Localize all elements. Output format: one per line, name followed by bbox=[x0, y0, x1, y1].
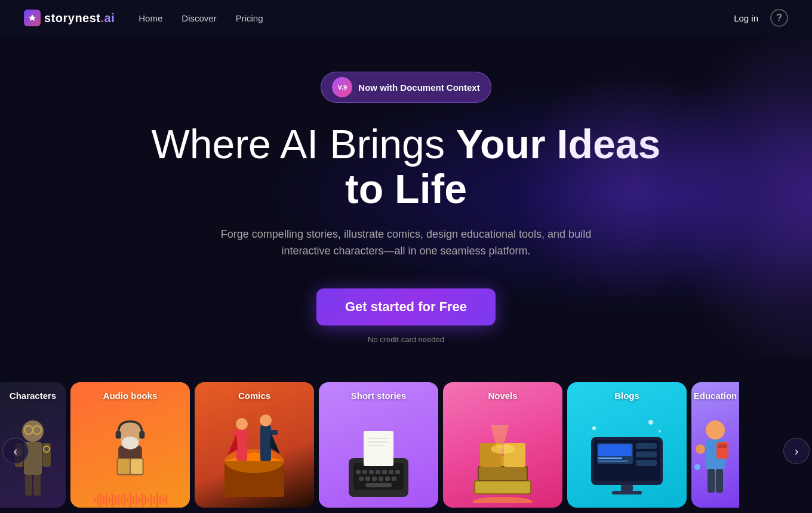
card-short-stories-illustration bbox=[319, 382, 438, 508]
login-button[interactable]: Log in bbox=[734, 13, 758, 23]
card-comics-label: Comics bbox=[195, 391, 314, 401]
carousel-card-short-stories[interactable]: Short stories bbox=[319, 382, 438, 508]
nav-right: Log in ? bbox=[734, 9, 788, 27]
svg-rect-38 bbox=[382, 470, 387, 474]
svg-rect-30 bbox=[364, 431, 393, 466]
svg-rect-36 bbox=[369, 470, 374, 474]
svg-rect-40 bbox=[395, 470, 400, 474]
card-comics-illustration bbox=[195, 382, 314, 508]
svg-rect-39 bbox=[389, 470, 393, 474]
cta-button[interactable]: Get started for Free bbox=[316, 288, 496, 325]
carousel-card-blogs[interactable]: Blogs bbox=[567, 382, 687, 508]
audio-waveform bbox=[94, 493, 167, 508]
nav-link-home[interactable]: Home bbox=[139, 13, 162, 23]
svg-rect-34 bbox=[356, 470, 361, 474]
logo[interactable]: storynest.ai bbox=[24, 10, 115, 26]
svg-rect-66 bbox=[636, 451, 657, 457]
version-badge[interactable]: V.9 Now with Document Context bbox=[321, 72, 491, 103]
svg-point-57 bbox=[659, 430, 661, 432]
svg-point-56 bbox=[592, 426, 596, 430]
svg-rect-41 bbox=[359, 477, 364, 481]
svg-rect-52 bbox=[479, 467, 527, 480]
svg-point-26 bbox=[260, 414, 272, 426]
svg-rect-50 bbox=[475, 481, 530, 493]
svg-point-14 bbox=[122, 437, 139, 450]
svg-rect-65 bbox=[636, 443, 657, 449]
carousel-card-audiobooks[interactable]: Audio books bbox=[70, 382, 190, 508]
card-blogs-illustration bbox=[567, 382, 687, 508]
carousel-track: Characters bbox=[0, 382, 812, 513]
svg-rect-16 bbox=[139, 431, 144, 439]
logo-text: storynest.ai bbox=[44, 11, 115, 25]
svg-rect-44 bbox=[379, 477, 383, 481]
svg-point-21 bbox=[224, 449, 284, 473]
carousel-card-novels[interactable]: Novels bbox=[443, 382, 562, 508]
svg-rect-62 bbox=[598, 444, 632, 456]
svg-rect-27 bbox=[269, 430, 278, 435]
card-novels-illustration bbox=[443, 382, 562, 508]
svg-rect-24 bbox=[232, 431, 240, 436]
hero-title-part1: Where AI Brings bbox=[152, 121, 456, 167]
svg-rect-37 bbox=[376, 470, 380, 474]
nav-links: Home Discover Pricing bbox=[139, 13, 263, 23]
svg-rect-42 bbox=[365, 477, 370, 481]
hero-section: V.9 Now with Document Context Where AI B… bbox=[0, 36, 812, 358]
card-novels-label: Novels bbox=[443, 391, 562, 401]
svg-rect-5 bbox=[33, 475, 41, 496]
card-education-illustration bbox=[691, 382, 739, 508]
svg-rect-73 bbox=[718, 444, 727, 448]
hero-subtitle: Forge compelling stories, illustrate com… bbox=[215, 226, 597, 260]
svg-rect-63 bbox=[598, 457, 622, 459]
card-audiobooks-label: Audio books bbox=[70, 391, 190, 401]
svg-rect-68 bbox=[621, 485, 633, 491]
svg-rect-15 bbox=[116, 431, 121, 439]
svg-rect-64 bbox=[598, 460, 628, 462]
svg-rect-4 bbox=[25, 475, 32, 496]
card-blogs-label: Blogs bbox=[567, 391, 687, 401]
svg-rect-18 bbox=[118, 459, 130, 474]
logo-icon bbox=[24, 10, 41, 26]
svg-rect-43 bbox=[372, 477, 377, 481]
svg-rect-47 bbox=[365, 483, 392, 487]
version-text: Now with Document Context bbox=[358, 82, 479, 93]
carousel-card-comics[interactable]: Comics bbox=[195, 382, 314, 508]
nav-link-discover[interactable]: Discover bbox=[182, 13, 216, 23]
svg-point-58 bbox=[648, 420, 653, 425]
card-education-label: Education bbox=[691, 391, 739, 401]
svg-rect-45 bbox=[385, 477, 390, 481]
navigation: storynest.ai Home Discover Pricing Log i… bbox=[0, 0, 812, 36]
svg-point-70 bbox=[706, 420, 725, 440]
svg-point-76 bbox=[696, 444, 705, 454]
carousel-prev-button[interactable]: ‹ bbox=[2, 438, 29, 464]
cta-note: No credit card needed bbox=[368, 335, 444, 344]
svg-rect-69 bbox=[612, 491, 642, 494]
card-short-stories-label: Short stories bbox=[319, 391, 438, 401]
version-tag: V.9 bbox=[332, 77, 352, 97]
svg-rect-46 bbox=[392, 477, 396, 481]
svg-rect-19 bbox=[131, 459, 143, 474]
hero-title: Where AI Brings Your Ideas to Life bbox=[137, 122, 675, 211]
nav-link-pricing[interactable]: Pricing bbox=[236, 13, 263, 23]
svg-point-23 bbox=[236, 418, 248, 430]
carousel-section: ‹ bbox=[0, 382, 812, 513]
svg-point-48 bbox=[473, 497, 533, 503]
carousel-next-button[interactable]: › bbox=[783, 438, 810, 464]
svg-point-77 bbox=[694, 464, 700, 470]
card-characters-label: Characters bbox=[0, 391, 66, 401]
svg-rect-74 bbox=[708, 469, 715, 493]
help-button[interactable]: ? bbox=[770, 9, 788, 27]
nav-left: storynest.ai Home Discover Pricing bbox=[24, 10, 263, 26]
svg-rect-67 bbox=[636, 460, 657, 466]
svg-rect-35 bbox=[362, 470, 367, 474]
carousel-card-education[interactable]: Education bbox=[691, 382, 739, 508]
svg-rect-75 bbox=[716, 469, 723, 493]
